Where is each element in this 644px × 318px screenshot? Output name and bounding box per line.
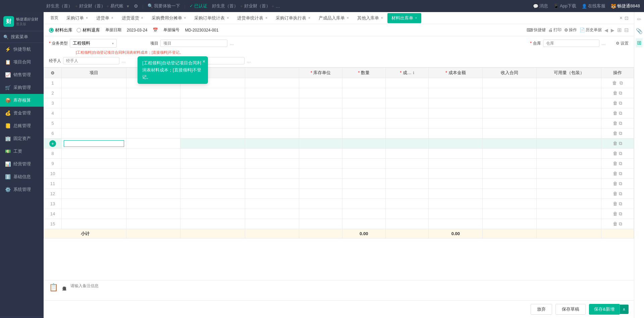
radio-material-out[interactable]: 材料出库 bbox=[49, 27, 72, 33]
tab-close-icon[interactable]: × bbox=[381, 16, 383, 20]
delete-row-btn[interactable]: 🗑 bbox=[612, 190, 618, 197]
global-topbar-message[interactable]: 💬消息 bbox=[533, 3, 548, 9]
save-draft-button[interactable]: 保存草稿 bbox=[555, 304, 586, 315]
delete-row-btn[interactable]: 🗑 bbox=[612, 130, 618, 137]
right-green-icon[interactable]: ⊞ bbox=[636, 38, 643, 47]
copy-row-btn[interactable]: ⧉ bbox=[618, 120, 623, 127]
tab-close-icon[interactable]: × bbox=[265, 16, 267, 20]
global-topbar-item-yidaizhang[interactable]: 易代账 bbox=[109, 2, 125, 10]
tooltip-close-icon[interactable]: × bbox=[203, 58, 205, 65]
global-topbar-experience[interactable]: 🔍 我要体验一下 bbox=[145, 2, 183, 10]
list-view-btn[interactable]: ⊟ bbox=[624, 27, 629, 33]
tab-other-in[interactable]: 其他入库单 × bbox=[353, 13, 387, 23]
save-new-arrow-btn[interactable]: ∧ bbox=[620, 305, 629, 314]
delete-row-btn[interactable]: 🗑 bbox=[612, 210, 618, 217]
tab-close-icon[interactable]: × bbox=[308, 16, 310, 20]
delete-row-btn[interactable]: 🗑 bbox=[612, 220, 618, 227]
sidebar-item-operations[interactable]: 📊 经营管理 bbox=[0, 158, 44, 170]
project-dots[interactable]: … bbox=[229, 41, 234, 46]
copy-row-btn[interactable]: ⧉ bbox=[618, 110, 623, 117]
next-btn[interactable]: ▶ bbox=[611, 28, 614, 33]
copy-row-btn[interactable]: ⧉ bbox=[618, 220, 623, 227]
sidebar-item-payroll[interactable]: 💵 工资 bbox=[0, 145, 44, 158]
info-icon[interactable]: ℹ bbox=[413, 71, 414, 75]
tab-purchase-exec[interactable]: 采购订单执行表 × bbox=[272, 13, 315, 23]
add-row-btn[interactable]: + bbox=[49, 140, 56, 147]
copy-row-btn[interactable]: ⧉ bbox=[618, 130, 623, 137]
delete-row-btn[interactable]: 🗑 bbox=[612, 100, 618, 106]
sidebar-item-inventory[interactable]: 📦 库存核算 bbox=[0, 94, 44, 107]
delete-row-btn[interactable]: 🗑 bbox=[612, 110, 618, 116]
sidebar-item-system[interactable]: ⚙️ 系统管理 bbox=[0, 183, 44, 196]
tab-close-icon[interactable]: × bbox=[347, 16, 349, 20]
tab-purchase-order[interactable]: 采购订单 × bbox=[62, 13, 92, 23]
sidebar-item-sales[interactable]: 📈 销售管理 bbox=[0, 68, 44, 81]
copy-row-btn[interactable]: ⧉ bbox=[618, 160, 623, 167]
copy-row-btn[interactable]: ⧉ bbox=[618, 150, 623, 157]
handler-input[interactable] bbox=[63, 57, 119, 64]
row-project[interactable] bbox=[62, 78, 126, 88]
global-topbar-user[interactable]: 🐯畅捷通8848 bbox=[611, 3, 640, 9]
income-contract-dots[interactable]: … bbox=[247, 58, 251, 63]
tab-close-icon[interactable]: × bbox=[184, 16, 186, 20]
print-btn[interactable]: 🖨打印 bbox=[548, 27, 561, 33]
right-edit-icon[interactable]: ✏ bbox=[636, 15, 643, 24]
sidebar-item-basic-info[interactable]: ℹ️ 基础信息 bbox=[0, 170, 44, 183]
right-attach-icon[interactable]: 📎 bbox=[635, 26, 644, 36]
project-input[interactable] bbox=[160, 40, 227, 47]
global-topbar-certified[interactable]: ✓ 已认证 bbox=[187, 2, 210, 10]
global-topbar-hs2[interactable]: 好生意（首） bbox=[210, 2, 240, 10]
delete-row-btn[interactable]: 🗑 bbox=[612, 180, 618, 187]
global-topbar-service[interactable]: 👤在线客服 bbox=[582, 3, 605, 9]
delete-row-btn[interactable]: 🗑 bbox=[612, 160, 618, 167]
row-income-contract[interactable] bbox=[483, 78, 537, 88]
sidebar-item-purchase[interactable]: 🛒 采购管理 bbox=[0, 81, 44, 94]
save-new-main-btn[interactable]: 保存&新增 bbox=[589, 304, 620, 315]
global-topbar-more[interactable]: … bbox=[274, 2, 281, 10]
delete-row-btn[interactable]: 🗑 bbox=[612, 170, 618, 177]
copy-row-btn[interactable]: ⧉ bbox=[618, 100, 623, 107]
copy-row-btn[interactable]: ⧉ bbox=[618, 180, 623, 187]
sidebar-item-fixed-assets[interactable]: 🏢 固定资产 bbox=[0, 132, 44, 145]
global-topbar-settings-icon[interactable]: ⚙ bbox=[131, 2, 141, 10]
handler-dots[interactable]: … bbox=[121, 58, 126, 63]
radio-material-return[interactable]: 材料退库 bbox=[76, 27, 100, 33]
tab-purchase-return[interactable]: 进货退货 × bbox=[118, 13, 148, 23]
tab-close-icon[interactable]: × bbox=[227, 16, 229, 20]
delete-row-btn[interactable]: 🗑 bbox=[612, 90, 618, 96]
id-value[interactable]: MD-20230324-001 bbox=[185, 28, 218, 33]
tab-purchase-cost[interactable]: 采购费用分摊单 × bbox=[148, 13, 191, 23]
copy-row-btn[interactable]: ⧉ bbox=[618, 170, 623, 177]
tab-finished-goods[interactable]: 产成品入库单 × bbox=[315, 13, 353, 23]
history-btn[interactable]: 📄历史单据 bbox=[580, 27, 602, 33]
copy-row-btn[interactable]: ⧉ bbox=[618, 200, 623, 207]
delete-row-btn[interactable]: 🗑 bbox=[612, 150, 618, 157]
delete-row-btn[interactable]: 🗑 bbox=[612, 120, 618, 126]
tab-close-icon[interactable]: × bbox=[141, 16, 143, 20]
row-unit[interactable] bbox=[299, 78, 342, 88]
tab-purchase-in[interactable]: 进货单 × bbox=[92, 13, 118, 23]
calendar-icon[interactable]: 📅 bbox=[153, 28, 158, 33]
delete-row-btn[interactable]: 🗑 bbox=[612, 140, 618, 147]
notes-input[interactable] bbox=[70, 283, 629, 297]
tab-close-icon[interactable]: × bbox=[86, 16, 88, 20]
global-topbar-hy2[interactable]: 好业财（首） bbox=[243, 2, 272, 10]
row-qty[interactable] bbox=[342, 78, 385, 88]
shortcut-key-btn[interactable]: ⌨快捷键 bbox=[527, 27, 546, 33]
expand-icon[interactable]: ⊡ bbox=[625, 15, 629, 21]
copy-row-btn[interactable]: ⧉ bbox=[618, 210, 623, 217]
tab-home[interactable]: 首页 bbox=[46, 13, 62, 23]
operation-btn[interactable]: ⚙操作 bbox=[564, 27, 577, 33]
discard-button[interactable]: 放弃 bbox=[531, 304, 552, 315]
sidebar-item-project-contract[interactable]: 📋 项目合同 bbox=[0, 56, 44, 68]
copy-row-btn[interactable]: ⧉ bbox=[619, 80, 624, 87]
global-topbar-item-haoyecai[interactable]: 好业财（首） bbox=[78, 2, 107, 10]
sidebar-item-finance[interactable]: 💰 资金管理 bbox=[0, 107, 44, 119]
col-settings[interactable]: ⚙ bbox=[44, 68, 62, 78]
row-cost-price[interactable] bbox=[385, 78, 429, 88]
row-cost-amount[interactable] bbox=[429, 78, 483, 88]
global-topbar-app[interactable]: 📱App下载 bbox=[553, 3, 576, 9]
prev-btn[interactable]: ◀ bbox=[604, 28, 608, 33]
grid-view-btn[interactable]: ⊞ bbox=[617, 27, 622, 33]
global-topbar-dropdown-arrow[interactable]: ▾ bbox=[125, 4, 131, 9]
